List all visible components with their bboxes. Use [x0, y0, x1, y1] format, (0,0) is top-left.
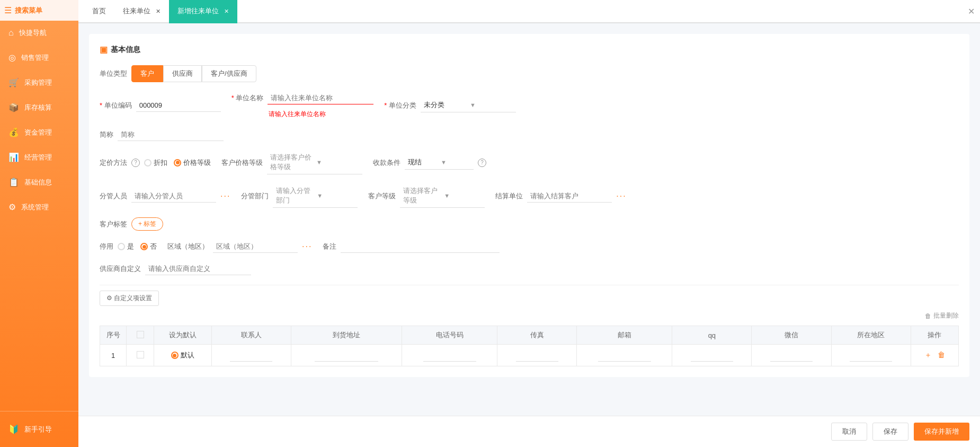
settlement-unit-label: 结算单位: [495, 191, 523, 201]
batch-delete-btn[interactable]: 🗑 批量删除: [925, 311, 959, 320]
supplier-custom-input[interactable]: [145, 262, 251, 275]
disabled-label: 停用: [100, 242, 113, 251]
home-icon: ⌂: [8, 28, 14, 38]
sidebar-item-operations[interactable]: 📊 经营管理: [0, 145, 78, 170]
save-new-button[interactable]: 保存并新增: [914, 423, 969, 441]
btn-customer[interactable]: 客户: [131, 65, 163, 82]
cell-email[interactable]: [577, 345, 672, 366]
region-more-icon[interactable]: ···: [302, 242, 312, 251]
wechat-input[interactable]: [770, 349, 813, 362]
cell-address[interactable]: [291, 345, 402, 366]
unit-type-group: 单位类型 客户 供应商 客户/供应商: [100, 65, 256, 82]
address-input[interactable]: [315, 349, 378, 362]
radio-price-level[interactable]: 价格等级: [174, 158, 211, 168]
sidebar-item-inventory[interactable]: 📦 库存核算: [0, 95, 78, 120]
row-checkbox[interactable]: [137, 351, 144, 358]
cell-checkbox[interactable]: [127, 345, 154, 366]
cell-phone[interactable]: [402, 345, 497, 366]
region-group: 区域（地区） ···: [167, 240, 312, 253]
unit-category-select[interactable]: 未分类 ▼: [421, 98, 516, 112]
sidebar-item-system[interactable]: ⚙ 系统管理: [0, 195, 78, 220]
payment-terms-value: 现结: [408, 157, 438, 167]
radio-discount[interactable]: 折扣: [144, 158, 167, 168]
main-area: 首页 往来单位 ✕ 新增往来单位 ✕ ✕ ▣ 基本信息 单位类型 客户: [78, 0, 980, 447]
sidebar-item-purchase[interactable]: 🛒 采购管理: [0, 70, 78, 95]
department-group: 分管部门 请输入分管部门 ▼: [241, 184, 358, 208]
unit-name-input[interactable]: [268, 92, 373, 104]
phone-input[interactable]: [423, 349, 476, 362]
short-name-input[interactable]: [118, 128, 224, 141]
customer-level-label: 客户等级: [368, 191, 396, 201]
cell-contact[interactable]: [211, 345, 291, 366]
radio-no[interactable]: 否: [140, 242, 157, 251]
cell-fax[interactable]: [497, 345, 577, 366]
add-tag-button[interactable]: + 标签: [131, 217, 163, 231]
unit-code-input[interactable]: [136, 99, 221, 112]
fax-input[interactable]: [516, 349, 558, 362]
short-name-group: 简称: [100, 128, 224, 141]
pricing-info-icon[interactable]: ?: [131, 159, 140, 167]
sidebar-item-finance[interactable]: 💰 资金管理: [0, 120, 78, 145]
settlement-more-icon[interactable]: ···: [616, 191, 626, 201]
col-email: 邮箱: [577, 326, 672, 345]
delete-row-icon[interactable]: 🗑: [938, 350, 945, 359]
default-radio[interactable]: [171, 352, 179, 359]
contact-input[interactable]: [230, 349, 272, 362]
radio-yes-circle: [118, 243, 125, 250]
col-phone: 电话号码: [402, 326, 497, 345]
btn-customer-supplier[interactable]: 客户/供应商: [202, 65, 256, 82]
contact-table: 序号 设为默认 联系人 到货地址 电话号码 传真 邮箱 qq 微信 所在地区 操…: [100, 326, 959, 366]
cell-default: 默认: [154, 345, 212, 366]
unit-type-label: 单位类型: [100, 69, 127, 78]
window-close-icon[interactable]: ✕: [968, 6, 975, 16]
search-menu-icon: ☰: [4, 5, 12, 15]
tab-trading-units-close[interactable]: ✕: [156, 8, 161, 15]
region-input[interactable]: [213, 240, 298, 253]
col-contact: 联系人: [211, 326, 291, 345]
tab-trading-units-label: 往来单位: [123, 6, 150, 16]
department-placeholder: 请输入分管部门: [276, 186, 314, 205]
sales-icon: ◎: [8, 52, 16, 63]
customer-price-level-placeholder: 请选择客户价格等级: [270, 153, 313, 172]
guide-icon: 🔰: [8, 424, 19, 434]
manager-more-icon[interactable]: ···: [220, 191, 230, 201]
customer-price-level-select[interactable]: 请选择客户价格等级 ▼: [267, 151, 362, 174]
cell-region[interactable]: [831, 345, 911, 366]
custom-settings-button[interactable]: ⚙ 自定义项设置: [100, 291, 159, 306]
cancel-button[interactable]: 取消: [831, 423, 867, 441]
default-label: 默认: [181, 350, 194, 360]
radio-yes[interactable]: 是: [118, 242, 134, 251]
payment-terms-select[interactable]: 现结 ▼: [405, 155, 474, 170]
save-button[interactable]: 保存: [872, 423, 908, 441]
email-input[interactable]: [598, 349, 651, 362]
row-region-input[interactable]: [850, 349, 892, 362]
sidebar: ☰ 搜索菜单 ⌂ 快捷导航 ◎ 销售管理 🛒 采购管理 📦 库存核算 💰 资金管…: [0, 0, 78, 447]
tab-new-trading-unit[interactable]: 新增往来单位 ✕: [169, 0, 237, 23]
batch-delete-label: 批量删除: [933, 311, 959, 320]
notes-input[interactable]: [341, 240, 500, 253]
radio-price-level-label: 价格等级: [183, 158, 211, 168]
cell-qq[interactable]: [672, 345, 752, 366]
sidebar-item-guide[interactable]: 🔰 新手引导: [0, 417, 78, 442]
sidebar-item-basic-info[interactable]: 📋 基础信息: [0, 170, 78, 195]
settlement-unit-input[interactable]: [527, 190, 612, 203]
search-menu-btn[interactable]: ☰ 搜索菜单: [0, 0, 78, 21]
cell-wechat[interactable]: [752, 345, 831, 366]
payment-info-icon[interactable]: ?: [478, 159, 486, 167]
qq-input[interactable]: [691, 349, 733, 362]
department-select[interactable]: 请输入分管部门 ▼: [273, 184, 358, 208]
sidebar-item-sales[interactable]: ◎ 销售管理: [0, 45, 78, 70]
radio-discount-label: 折扣: [154, 158, 167, 168]
sidebar-item-label: 新手引导: [24, 425, 52, 434]
add-row-icon[interactable]: ＋: [924, 350, 932, 359]
tab-home[interactable]: 首页: [84, 0, 114, 23]
tab-trading-units[interactable]: 往来单位 ✕: [114, 0, 169, 23]
radio-price-level-circle: [174, 159, 181, 166]
btn-supplier[interactable]: 供应商: [163, 65, 202, 82]
customer-level-select[interactable]: 请选择客户等级 ▼: [400, 184, 485, 208]
unit-name-error: 请输入往来单位名称: [269, 110, 326, 119]
sidebar-item-quick-nav[interactable]: ⌂ 快捷导航: [0, 21, 78, 45]
select-all-checkbox[interactable]: [137, 331, 144, 338]
manager-input[interactable]: [131, 190, 216, 203]
tab-new-trading-unit-close[interactable]: ✕: [224, 8, 229, 15]
